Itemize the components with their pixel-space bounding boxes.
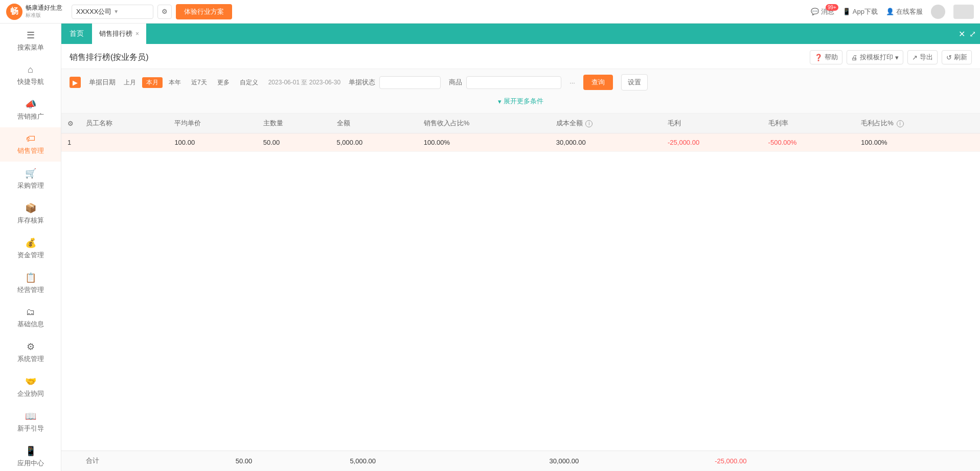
- tab-maximize-button[interactable]: ⤢: [969, 29, 976, 39]
- sidebar-item-system[interactable]: ⚙ 系统管理: [0, 335, 61, 370]
- footer-gross-rate: [883, 451, 931, 471]
- top-bar: 畅 畅康通好生意 标准版 XXXXX公司 ▼ ⚙ 体验行业方案 💬 消息 99+…: [0, 0, 980, 24]
- sidebar-item-sales[interactable]: 🏷 销售管理: [0, 127, 61, 162]
- app-icon: 📱: [842, 8, 851, 15]
- col-amount-label: 全额: [337, 119, 350, 127]
- help-button[interactable]: ❓ 帮助: [810, 50, 842, 64]
- col-employee-label: 员工名称: [86, 119, 112, 127]
- col-settings[interactable]: ⚙: [61, 114, 80, 133]
- filter-toggle-button[interactable]: ▶: [70, 77, 81, 88]
- sidebar-item-app-center[interactable]: 📱 应用中心: [0, 439, 61, 471]
- export-label: 导出: [920, 53, 933, 62]
- sidebar-item-inventory[interactable]: 📦 库存核算: [0, 196, 61, 231]
- cell-gross-rate: -500.00%: [762, 133, 855, 152]
- footer-gross-pct: [931, 451, 980, 471]
- page-header: 销售排行榜(按业务员) ❓ 帮助 🖨 按模板打印 ▾ ↗ 导出: [61, 44, 980, 69]
- date-tab-7days[interactable]: 近7天: [187, 77, 211, 88]
- service-label: 在线客服: [896, 7, 923, 16]
- goods-input[interactable]: [466, 76, 561, 89]
- company-selector[interactable]: XXXXX公司 ▼: [72, 5, 153, 19]
- sidebar-item-label: 系统管理: [17, 354, 44, 364]
- sidebar-item-marketing[interactable]: 📣 营销推广: [0, 93, 61, 127]
- print-button[interactable]: 🖨 按模板打印 ▾: [847, 50, 903, 64]
- query-button[interactable]: 查询: [583, 75, 613, 90]
- message-button[interactable]: 💬 消息 99+: [811, 7, 834, 16]
- help-label: 帮助: [825, 53, 838, 62]
- cell-avg-price: 100.00: [168, 133, 257, 152]
- sidebar-item-beginner[interactable]: 📖 新手引导: [0, 405, 61, 439]
- filter-area: ▶ 单据日期 上月 本月 本年 近7天 更多 自定义 2023-06-01 至 …: [61, 69, 980, 114]
- sidebar-item-label: 快捷导航: [17, 77, 44, 86]
- sidebar-item-label: 搜索菜单: [17, 43, 44, 52]
- col-main-qty-label: 主数量: [263, 119, 283, 127]
- sidebar-item-finance[interactable]: 💰 资金管理: [0, 231, 61, 266]
- sidebar-item-enterprise-collab[interactable]: 🤝 企业协同: [0, 370, 61, 405]
- service-icon: 👤: [886, 8, 894, 15]
- sidebar-item-label: 企业协同: [17, 389, 44, 398]
- sidebar-item-label: 资金管理: [17, 251, 44, 260]
- main-layout: ☰ 搜索菜单 ⌂ 快捷导航 📣 营销推广 🏷 销售管理 🛒 采购管理 📦 库存核…: [0, 24, 980, 471]
- sidebar-item-basic-info[interactable]: 🗂 基础信息: [0, 301, 61, 335]
- col-amount: 全额: [331, 114, 418, 133]
- gear-button[interactable]: ⚙: [157, 5, 172, 19]
- col-sales-pct-label: 销售收入占比%: [424, 119, 470, 127]
- system-icon: ⚙: [27, 341, 35, 352]
- operations-icon: 📋: [25, 272, 36, 283]
- column-settings-icon: ⚙: [67, 120, 74, 127]
- sales-icon: 🏷: [26, 133, 35, 144]
- tab-home[interactable]: 首页: [61, 24, 92, 44]
- filter-row: ▶ 单据日期 上月 本月 本年 近7天 更多 自定义 2023-06-01 至 …: [70, 74, 972, 91]
- sidebar-item-label: 库存核算: [17, 216, 44, 225]
- expand-more-button[interactable]: ▾ 展开更多条件: [494, 95, 548, 108]
- status-filter: 单据状态: [349, 76, 441, 89]
- logo-icon: 畅: [6, 4, 22, 20]
- online-service-button[interactable]: 👤 在线客服: [886, 7, 923, 16]
- cell-sales-pct: 100.00%: [418, 133, 550, 152]
- sidebar-item-label: 经营管理: [17, 285, 44, 295]
- more-filters-button[interactable]: ···: [569, 79, 575, 86]
- footer-avg-price: [181, 451, 230, 471]
- date-tab-custom[interactable]: 自定义: [236, 77, 262, 88]
- col-gross-profit-label: 毛利: [668, 119, 681, 127]
- goods-label: 商品: [449, 78, 462, 87]
- purchase-icon: 🛒: [25, 168, 36, 179]
- date-tab-more[interactable]: 更多: [213, 77, 234, 88]
- date-tab-this-year[interactable]: 本年: [165, 77, 185, 88]
- message-icon: 💬: [811, 8, 819, 15]
- status-select[interactable]: [379, 76, 441, 89]
- user-name[interactable]: [953, 5, 974, 19]
- help-icon: ❓: [814, 54, 823, 61]
- user-avatar[interactable]: [931, 5, 945, 19]
- date-label: 单据日期: [89, 78, 116, 87]
- footer-cost-amount: 30,000.00: [543, 451, 709, 471]
- top-right-actions: 💬 消息 99+ 📱 App下载 👤 在线客服: [811, 5, 974, 19]
- gross-pct-info-icon[interactable]: i: [897, 120, 904, 127]
- refresh-button[interactable]: ↺ 刷新: [942, 50, 972, 64]
- date-tabs: 上月 本月 本年 近7天 更多 自定义: [120, 77, 262, 88]
- sidebar-item-operations[interactable]: 📋 经营管理: [0, 266, 61, 301]
- tab-close-icon[interactable]: ×: [135, 30, 139, 37]
- tab-bar: 首页 销售排行榜 × ✕ ⤢: [61, 24, 980, 44]
- collab-icon: 🤝: [25, 376, 36, 387]
- app-download-button[interactable]: 📱 App下载: [842, 7, 878, 16]
- cost-info-icon[interactable]: i: [585, 120, 592, 127]
- table-row: 1 100.00 50.00 5,000.00 100.00% 30,000.0…: [61, 133, 980, 152]
- date-tab-this-month[interactable]: 本月: [142, 77, 163, 88]
- sidebar-item-quick-nav[interactable]: ⌂ 快捷导航: [0, 58, 61, 93]
- cell-rank: 1: [61, 133, 80, 152]
- app-label: App下载: [853, 7, 878, 16]
- search-menu-icon: ☰: [27, 30, 35, 41]
- logo-text: 畅康通好生意: [26, 4, 62, 12]
- sidebar-item-label: 采购管理: [17, 181, 44, 190]
- settings-button[interactable]: 设置: [621, 74, 648, 91]
- basic-info-icon: 🗂: [26, 307, 35, 318]
- tab-sales-ranking[interactable]: 销售排行榜 ×: [92, 24, 146, 44]
- tab-minimize-button[interactable]: ✕: [959, 29, 965, 39]
- sidebar-item-purchase[interactable]: 🛒 采购管理: [0, 162, 61, 196]
- try-industry-button[interactable]: 体验行业方案: [176, 4, 232, 19]
- export-button[interactable]: ↗ 导出: [907, 50, 938, 64]
- date-tab-prev-month[interactable]: 上月: [120, 77, 140, 88]
- logo-sub: 标准版: [26, 12, 62, 19]
- sidebar-item-label: 新手引导: [17, 424, 44, 433]
- sidebar-item-search[interactable]: ☰ 搜索菜单: [0, 24, 61, 58]
